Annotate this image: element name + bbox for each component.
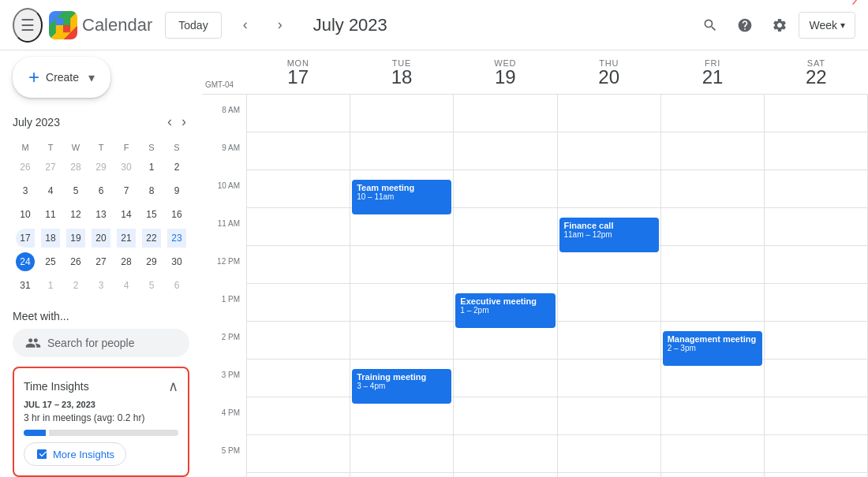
time-label: 9 AM xyxy=(202,142,246,180)
mini-cal-day[interactable]: 18 xyxy=(38,226,63,250)
day-header-sat[interactable]: SAT 22 xyxy=(765,50,868,94)
dropdown-arrow-icon: ▾ xyxy=(88,70,95,85)
mini-cal-next[interactable]: › xyxy=(178,110,189,133)
mini-cal-day[interactable]: 3 xyxy=(88,274,114,297)
mini-cal-day[interactable]: 11 xyxy=(38,203,63,226)
mini-cal-day[interactable]: 27 xyxy=(38,155,63,179)
insights-bar xyxy=(24,430,178,436)
day-num-tue: 18 xyxy=(391,68,413,87)
mini-cal-day[interactable]: 14 xyxy=(114,203,139,226)
calendar-event[interactable]: Management meeting2 – 3pm xyxy=(663,331,762,366)
mini-cal-day[interactable]: 21 xyxy=(114,226,139,250)
grid-col-thu: Finance call11am – 12pm xyxy=(558,95,661,477)
header-icons: ↑ Week ▾ xyxy=(694,9,855,41)
mini-cal-day[interactable]: 5 xyxy=(63,179,88,203)
mini-cal-day[interactable]: 20 xyxy=(88,226,114,250)
mini-cal-prev[interactable]: ‹ xyxy=(164,110,175,133)
mini-cal-title: July 2023 xyxy=(13,116,60,129)
day-header-wed[interactable]: WED 19 xyxy=(454,50,557,94)
mini-cal-day[interactable]: 23 xyxy=(164,226,189,250)
mini-cal-day[interactable]: 22 xyxy=(139,226,164,250)
mini-cal-nav-buttons: ‹ › xyxy=(164,110,189,133)
menu-icon[interactable]: ☰ xyxy=(13,8,43,43)
settings-button[interactable] xyxy=(764,9,795,41)
mini-cal-day[interactable]: 31 xyxy=(13,274,38,297)
mini-cal-day[interactable]: 6 xyxy=(88,179,114,203)
create-button[interactable]: + Create ▾ xyxy=(13,57,110,98)
next-button[interactable]: › xyxy=(266,11,294,39)
current-month: July 2023 xyxy=(313,15,676,35)
mini-cal-day[interactable]: 4 xyxy=(38,179,63,203)
prev-button[interactable]: ‹ xyxy=(231,11,260,39)
mini-cal-day[interactable]: 2 xyxy=(164,155,189,179)
grid-columns: Team meeting10 – 11amTraining meeting3 –… xyxy=(246,95,868,477)
mini-cal-day[interactable]: 24 xyxy=(13,250,38,274)
event-title: Finance call xyxy=(564,221,654,230)
time-label: 4 PM xyxy=(202,407,246,445)
mini-cal-day[interactable]: 8 xyxy=(139,179,164,203)
mini-cal-day[interactable]: 29 xyxy=(139,250,164,274)
mini-cal-day[interactable]: 13 xyxy=(88,203,114,226)
mini-cal-day[interactable]: 12 xyxy=(63,203,88,226)
mini-cal-day[interactable]: 29 xyxy=(88,155,114,179)
mini-cal-day[interactable]: 19 xyxy=(63,226,88,250)
mini-cal-day[interactable]: 5 xyxy=(139,274,164,297)
insights-collapse-button[interactable]: ∧ xyxy=(168,378,178,395)
mini-cal-day[interactable]: 25 xyxy=(38,250,63,274)
day-num-wed: 19 xyxy=(495,68,516,87)
mini-cal-day[interactable]: 10 xyxy=(13,203,38,226)
help-button[interactable] xyxy=(729,9,761,41)
mini-cal-day[interactable]: 30 xyxy=(164,250,189,274)
mini-cal-day[interactable]: 28 xyxy=(63,155,88,179)
search-button[interactable] xyxy=(694,9,726,41)
event-title: Management meeting xyxy=(668,334,758,344)
mini-cal-day[interactable]: 17 xyxy=(13,226,38,250)
day-header-mon[interactable]: MON 17 xyxy=(246,50,350,94)
today-button[interactable]: Today xyxy=(165,12,221,39)
event-title: Executive meeting xyxy=(460,296,550,306)
search-people-button[interactable]: Search for people xyxy=(13,329,189,357)
insights-bar-fill xyxy=(24,430,46,436)
search-people-text: Search for people xyxy=(47,337,135,349)
mini-cal-day[interactable]: 2 xyxy=(63,274,88,297)
mini-cal-day[interactable]: 30 xyxy=(114,155,139,179)
mini-cal-day[interactable]: 26 xyxy=(13,155,38,179)
mini-cal-day[interactable]: 3 xyxy=(13,179,38,203)
mini-cal-weekday: S xyxy=(164,140,189,155)
mini-cal-day[interactable]: 9 xyxy=(164,179,189,203)
mini-cal-day[interactable]: 28 xyxy=(114,250,139,274)
mini-cal-day[interactable]: 7 xyxy=(114,179,139,203)
mini-cal-day[interactable]: 27 xyxy=(88,250,114,274)
calendar-event[interactable]: Executive meeting1 – 2pm xyxy=(455,293,555,328)
calendar-event[interactable]: Training meeting3 – 4pm xyxy=(352,369,451,404)
day-header-tue[interactable]: TUE 18 xyxy=(350,50,453,94)
time-label: 3 PM xyxy=(202,369,246,407)
time-grid: 8 AM9 AM10 AM11 AM12 PM1 PM2 PM3 PM4 PM5… xyxy=(202,95,868,477)
view-selector[interactable]: Week ▾ xyxy=(799,12,855,39)
day-num-sat: 22 xyxy=(806,68,827,87)
mini-cal-day[interactable]: 15 xyxy=(139,203,164,226)
app-title: Calendar xyxy=(82,15,152,35)
plus-icon: + xyxy=(28,66,39,88)
day-header-fri[interactable]: FRI 21 xyxy=(660,50,764,94)
insights-summary: 3 hr in meetings (avg: 0.2 hr) xyxy=(24,412,178,423)
mini-cal-day[interactable]: 26 xyxy=(63,250,88,274)
app-header: ☰ Calendar Today ‹ › July 2023 ↑ Week ▾ xyxy=(0,0,868,50)
time-label: 8 AM xyxy=(202,104,246,142)
calendar-event[interactable]: Finance call11am – 12pm xyxy=(559,218,659,252)
mini-cal-day[interactable]: 16 xyxy=(164,203,189,226)
calendar-event[interactable]: Team meeting10 – 11am xyxy=(352,180,451,214)
mini-cal-day[interactable]: 4 xyxy=(114,274,139,297)
mini-cal-day[interactable]: 1 xyxy=(38,274,63,297)
more-insights-button[interactable]: More Insights xyxy=(24,442,126,466)
red-arrow-annotation: ↑ xyxy=(845,0,868,11)
grid-col-wed: Executive meeting1 – 2pm xyxy=(454,95,557,477)
day-headers: GMT-04 MON 17 TUE 18 WED 19 THU 20 FRI 2… xyxy=(202,50,868,95)
mini-cal-day[interactable]: 6 xyxy=(164,274,189,297)
mini-cal-day[interactable]: 1 xyxy=(139,155,164,179)
day-header-thu[interactable]: THU 20 xyxy=(557,50,660,94)
grid-col-sat xyxy=(765,95,868,477)
svg-rect-3 xyxy=(63,25,70,32)
insights-bar-empty xyxy=(49,430,178,436)
time-label: 12 PM xyxy=(202,255,246,293)
